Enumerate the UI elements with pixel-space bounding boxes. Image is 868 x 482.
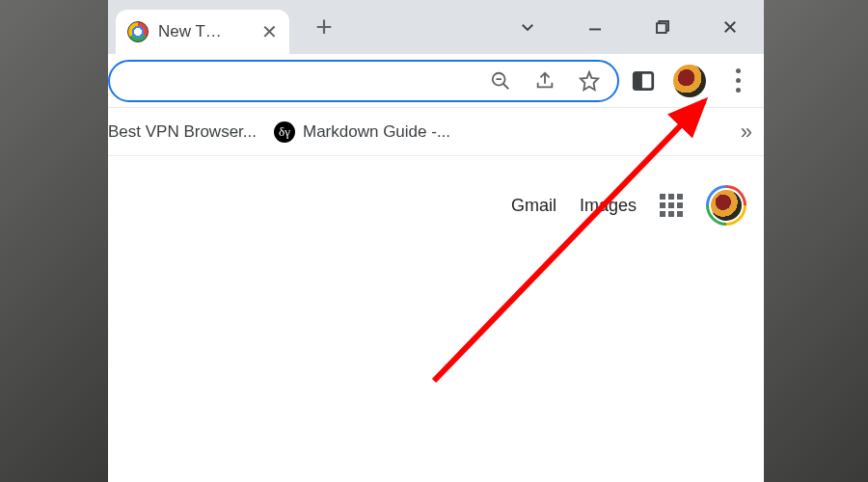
bookmark-item[interactable]: Best VPN Browser... xyxy=(108,122,257,142)
sidepanel-icon[interactable] xyxy=(631,68,656,94)
tab-strip: New T… ✕ + xyxy=(108,0,764,54)
toolbar xyxy=(108,54,764,108)
page-content: Gmail Images xyxy=(108,156,764,482)
svg-rect-2 xyxy=(657,23,666,33)
bookmarks-bar: Best VPN Browser... δγ Markdown Guide -.… xyxy=(108,108,764,156)
google-apps-icon[interactable] xyxy=(660,194,683,217)
bookmark-favicon-icon: δγ xyxy=(274,121,295,143)
images-link[interactable]: Images xyxy=(580,196,637,216)
new-tab-button[interactable]: + xyxy=(305,8,343,46)
avatar-image xyxy=(709,188,744,223)
background-right xyxy=(764,0,868,482)
content-nav: Gmail Images xyxy=(511,185,746,226)
browser-window: New T… ✕ + xyxy=(108,0,764,482)
svg-rect-0 xyxy=(589,29,601,31)
tab-search-dropdown-icon[interactable] xyxy=(494,0,561,54)
kebab-menu-icon[interactable] xyxy=(723,68,752,93)
zoom-out-icon[interactable] xyxy=(490,70,511,92)
bookmark-label: Best VPN Browser... xyxy=(108,122,257,142)
gmail-link[interactable]: Gmail xyxy=(511,196,556,216)
minimize-button[interactable] xyxy=(561,0,629,54)
bookmark-star-icon[interactable] xyxy=(579,70,600,92)
chrome-logo-icon xyxy=(127,21,149,42)
browser-tab[interactable]: New T… ✕ xyxy=(116,10,289,54)
close-window-button[interactable] xyxy=(696,0,764,54)
toolbar-right xyxy=(631,65,752,97)
share-icon[interactable] xyxy=(534,70,556,92)
tab-title: New T… xyxy=(158,22,222,41)
tab-close-icon[interactable]: ✕ xyxy=(261,22,278,41)
bookmark-label: Markdown Guide -... xyxy=(303,122,450,142)
background-left xyxy=(0,0,108,482)
bookmarks-overflow-icon[interactable]: » xyxy=(741,120,752,145)
window-controls xyxy=(494,0,764,54)
svg-rect-5 xyxy=(634,72,642,89)
bookmark-item[interactable]: δγ Markdown Guide -... xyxy=(274,121,450,143)
address-bar[interactable] xyxy=(108,60,619,102)
account-avatar[interactable] xyxy=(706,185,746,226)
profile-avatar[interactable] xyxy=(673,65,706,97)
maximize-button[interactable] xyxy=(629,0,696,54)
